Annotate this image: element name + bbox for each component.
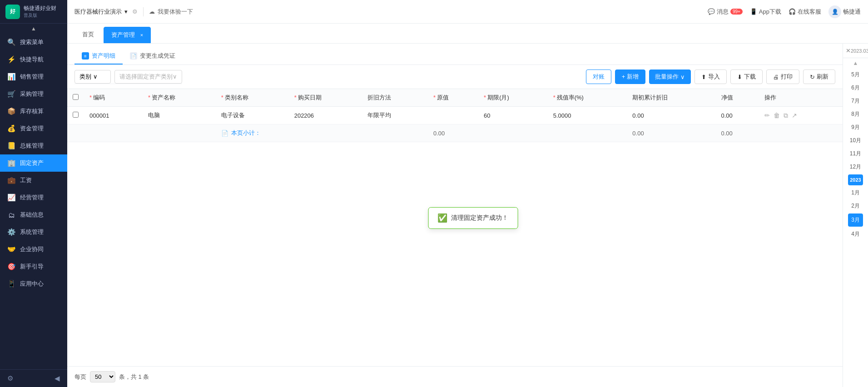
pagination-total: 条，共 1 条: [119, 373, 149, 381]
sidebar-scroll-up[interactable]: ▲: [0, 24, 67, 34]
sidebar-item-9[interactable]: 📈经营管理: [0, 189, 67, 206]
per-page-select[interactable]: 50 10 20 100: [90, 371, 115, 382]
refresh-btn[interactable]: ↻ 刷新: [803, 69, 835, 84]
logo-text-block: 畅捷通好业财 普及版: [24, 5, 56, 19]
sidebar-icon-3: 🛒: [7, 90, 15, 98]
select-all-checkbox[interactable]: [73, 94, 79, 100]
online-service-btn[interactable]: 🎧 在线客服: [789, 8, 821, 16]
month-7月[interactable]: 7月: [846, 94, 864, 108]
messages-btn[interactable]: 💬 消息 99+: [708, 8, 743, 16]
td-subtotal-empty1: [67, 124, 84, 142]
sidebar-label-9: 经营管理: [20, 194, 44, 202]
batch-ops-btn[interactable]: 批量操作 ∨: [649, 69, 691, 84]
td-original-value: [428, 107, 478, 124]
table-row: 000001 电脑 电子设备 202206 年限平均 60 5.0000 0.0…: [67, 107, 843, 124]
sidebar-label-8: 工资: [20, 176, 32, 184]
sidebar-item-2[interactable]: 📊销售管理: [0, 68, 67, 85]
sub-tab-generate-voucher[interactable]: 📄 变更生成凭证: [123, 48, 183, 64]
th-original-value: *原值: [428, 89, 478, 107]
category-filter-select[interactable]: 类别 ∨: [74, 70, 111, 84]
company-selector[interactable]: 医疗器械行业演示 ▾ ⚙: [74, 8, 138, 16]
month-1月[interactable]: 1月: [846, 186, 864, 199]
print-btn[interactable]: 🖨 打印: [766, 69, 799, 84]
sidebar-label-11: 系统管理: [20, 228, 44, 236]
th-depreciation: 折旧方法: [362, 89, 428, 107]
tab-close-btn[interactable]: ×: [140, 32, 143, 38]
account-btn[interactable]: 对账: [586, 69, 611, 84]
sidebar-item-8[interactable]: 💼工资: [0, 172, 67, 189]
current-month[interactable]: 3月: [848, 213, 863, 227]
sidebar-icon-10: 🗂: [7, 211, 15, 219]
copy-icon[interactable]: ⧉: [784, 112, 788, 119]
month-8月[interactable]: 8月: [846, 108, 864, 121]
per-page-label: 每页: [74, 373, 86, 381]
month-9月[interactable]: 9月: [846, 121, 864, 134]
month-5月[interactable]: 5月: [846, 68, 864, 81]
sidebar-item-14[interactable]: 📱应用中心: [0, 275, 67, 293]
right-panel-scroll-up[interactable]: ▲: [843, 58, 868, 68]
month-12月[interactable]: 12月: [846, 160, 864, 174]
month-2月[interactable]: 2月: [846, 199, 864, 213]
td-period: 60: [478, 107, 548, 124]
category-input[interactable]: 请选择固定资产类别 ∨: [114, 70, 182, 84]
new-btn[interactable]: + 新增: [615, 69, 645, 84]
company-name: 医疗器械行业演示: [74, 8, 122, 16]
service-icon: 🎧: [789, 8, 796, 15]
sidebar-icon-5: 💰: [7, 124, 15, 133]
topbar-divider: [143, 7, 144, 16]
sidebar-item-11[interactable]: ⚙️系统管理: [0, 223, 67, 241]
right-panel-close-btn[interactable]: ✕: [846, 47, 851, 54]
app-download-btn[interactable]: 📱 App下载: [750, 8, 781, 16]
delete-icon[interactable]: 🗑: [774, 112, 780, 119]
td-category: 电子设备: [216, 107, 289, 124]
td-subtotal-empty4: [478, 124, 548, 142]
tab-home[interactable]: 首页: [74, 26, 102, 43]
sidebar-item-10[interactable]: 🗂基础信息: [0, 206, 67, 223]
month-6月[interactable]: 6月: [846, 81, 864, 94]
sidebar-item-4[interactable]: 📦库存核算: [0, 103, 67, 120]
sidebar-item-6[interactable]: 📒总账管理: [0, 137, 67, 154]
sidebar-item-5[interactable]: 💰资金管理: [0, 120, 67, 137]
sidebar-icon-8: 💼: [7, 176, 15, 184]
sidebar-item-0[interactable]: 🔍搜索菜单: [0, 34, 67, 51]
th-code: *编码: [84, 89, 143, 107]
sidebar-item-1[interactable]: ⚡快捷导航: [0, 51, 67, 68]
th-residual-rate: *残值率(%): [548, 89, 627, 107]
category-dropdown-arrow: ∨: [93, 73, 98, 80]
toolbar-right: 对账 + 新增 批量操作 ∨ ⬆ 导入 ⬇ 下载 🖨: [586, 69, 835, 84]
sidebar-item-3[interactable]: 🛒采购管理: [0, 85, 67, 103]
row-checkbox[interactable]: [73, 112, 79, 118]
tab-asset-management[interactable]: 资产管理 ×: [104, 27, 151, 43]
td-action: ✏ 🗑 ⧉ ↗: [759, 107, 843, 124]
collapse-icon[interactable]: ◀: [55, 374, 60, 382]
sidebar-label-13: 新手引导: [20, 263, 44, 271]
td-asset-name: 电脑: [143, 107, 216, 124]
settings-icon[interactable]: ⚙: [7, 374, 13, 382]
user-name: 畅捷通: [843, 8, 861, 16]
sidebar-bottom: ⚙ ◀: [0, 369, 67, 387]
download-btn[interactable]: ⬇ 下载: [730, 69, 763, 84]
month-11月[interactable]: 11月: [846, 147, 864, 160]
month-10月[interactable]: 10月: [846, 134, 864, 147]
import-icon: ⬆: [701, 74, 706, 80]
more-icon[interactable]: ↗: [792, 112, 797, 119]
category-input-arrow: ∨: [173, 73, 177, 80]
sidebar-item-13[interactable]: 🎯新手引导: [0, 258, 67, 275]
sub-tab-asset-detail[interactable]: ≡ 资产明细: [74, 48, 123, 64]
import-btn[interactable]: ⬆ 导入: [694, 69, 727, 84]
experience-btn[interactable]: ☁ 我要体验一下: [149, 8, 193, 16]
th-purchase-date: *购买日期: [289, 89, 362, 107]
sidebar-item-12[interactable]: 🤝企业协同: [0, 241, 67, 258]
year-badge[interactable]: 2023: [848, 174, 863, 185]
th-checkbox: [67, 89, 84, 107]
sidebar-item-7[interactable]: 🏢固定资产: [0, 154, 67, 172]
sidebar-icon-2: 📊: [7, 73, 15, 81]
edit-icon[interactable]: ✏: [764, 112, 770, 119]
month-4月[interactable]: 4月: [846, 228, 864, 241]
td-initial-depreciation: 0.00: [627, 107, 715, 124]
asset-table: *编码 *资产名称 *类别名称 *购买日期 折旧方法 *原值 *期限(月) *残…: [67, 89, 843, 142]
user-section[interactable]: 👤 畅捷通: [828, 5, 861, 18]
settings-gear-icon[interactable]: ⚙: [132, 8, 138, 15]
td-purchase-date: 202206: [289, 107, 362, 124]
online-service-label: 在线客服: [798, 8, 821, 16]
